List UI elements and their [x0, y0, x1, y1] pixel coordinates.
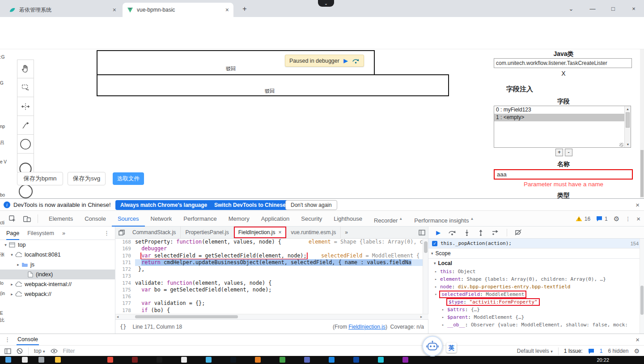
maximize-button[interactable]: □: [603, 0, 623, 17]
tab-strip-pill[interactable]: ⌄: [318, 0, 334, 7]
resume-script-icon[interactable]: ▶: [343, 57, 348, 64]
line-number[interactable]: 172: [115, 266, 135, 273]
scroll-left-icon[interactable]: ◂: [117, 315, 119, 319]
code-line[interactable]: 177 var validation = {};: [115, 300, 423, 307]
taskbar-app-icon[interactable]: [157, 357, 162, 363]
code-line[interactable]: 175 var bo = getSelectedField(element, n…: [115, 287, 423, 293]
tab-search-button[interactable]: ⌄: [561, 0, 581, 17]
clear-console-icon[interactable]: [17, 348, 23, 354]
scrollbar-thumb[interactable]: [424, 241, 428, 253]
scrollbar-thumb[interactable]: [640, 286, 644, 315]
console-sidebar-icon[interactable]: [4, 348, 11, 354]
close-drawer-icon[interactable]: ×: [636, 336, 640, 343]
close-window-button[interactable]: ×: [624, 0, 644, 17]
taskbar-app-icon[interactable]: [255, 357, 261, 363]
caret-icon[interactable]: ▸: [442, 323, 447, 327]
space-tool[interactable]: [17, 97, 34, 116]
listbox-scrollbar[interactable]: ▲ ▼: [624, 106, 631, 147]
add-field-button[interactable]: +: [555, 149, 563, 156]
open-files-icon[interactable]: [115, 227, 128, 238]
tree-item-js[interactable]: ▸js: [0, 260, 115, 270]
line-number[interactable]: 171: [115, 259, 135, 266]
tab-console[interactable]: Console: [17, 334, 39, 345]
devtools-tab-recorder[interactable]: Recorder▲: [368, 211, 408, 227]
global-connect-tool[interactable]: [17, 116, 34, 135]
choose-file-button[interactable]: 选取文件: [113, 172, 144, 185]
devtools-tab-performance-insights[interactable]: Performance insights▲: [408, 211, 479, 227]
step-icon[interactable]: [491, 229, 499, 236]
caret-icon[interactable]: ▾: [435, 292, 440, 296]
issues-icon[interactable]: [596, 216, 602, 222]
close-file-icon[interactable]: ×: [278, 229, 281, 236]
scope-variable-$type[interactable]: $type: "activiti:FormProperty": [428, 298, 644, 306]
browser-tab[interactable]: 若依管理系统×: [4, 3, 121, 17]
line-number[interactable]: 169: [115, 245, 135, 252]
issues-label[interactable]: 1 Issue:: [564, 348, 583, 354]
scope-variable-element[interactable]: ▸element: Shape {labels: Array(0), child…: [428, 275, 644, 283]
hand-tool[interactable]: [17, 60, 34, 78]
lasso-tool[interactable]: [17, 78, 34, 97]
code-line[interactable]: 170 var selectedField = getSelectedField…: [115, 253, 423, 259]
close-tab-icon[interactable]: ×: [225, 7, 229, 13]
navigator-menu-icon[interactable]: ⋮: [104, 230, 110, 236]
deactivate-breakpoints-icon[interactable]: [515, 229, 522, 236]
field-list-item[interactable]: 0 : myField123: [494, 106, 631, 114]
devtools-menu-icon[interactable]: ⋮: [625, 216, 631, 222]
console-filter-input[interactable]: [63, 348, 161, 354]
devtools-tab-memory[interactable]: Memory: [223, 211, 255, 227]
device-toolbar-icon[interactable]: [23, 216, 31, 222]
file-link[interactable]: FieldInjection.js: [348, 324, 386, 330]
taskbar-system-icon[interactable]: [5, 357, 11, 363]
scope-variable-selectedField[interactable]: ▾selectedField: ModdleElement: [428, 291, 644, 298]
caret-icon[interactable]: ▸: [435, 277, 440, 281]
minimize-button[interactable]: —: [583, 0, 602, 17]
taskbar-app-icon[interactable]: [181, 357, 187, 363]
devtools-tab-console[interactable]: Console: [79, 211, 112, 227]
scrollbar-thumb[interactable]: [135, 315, 238, 318]
caret-icon[interactable]: ▸: [442, 315, 447, 319]
ime-language-badge[interactable]: 英: [446, 343, 457, 353]
code-line[interactable]: 173: [115, 273, 423, 279]
browser-tab[interactable]: vue-bpmn-basic×: [123, 3, 233, 17]
live-expression-eye-icon[interactable]: [51, 348, 58, 354]
tree-item--index-[interactable]: (index): [0, 270, 115, 279]
devtools-tab-lighthouse[interactable]: Lighthouse: [328, 211, 368, 227]
code-line[interactable]: 174validate: function(element, values, n…: [115, 280, 423, 287]
taskbar-app-icon[interactable]: [329, 357, 335, 363]
code-line[interactable]: 178 if (bo) {: [115, 307, 423, 314]
tab-filesystem[interactable]: Filesystem: [27, 230, 54, 236]
tree-item-webpack-internal-[interactable]: ▸webpack-internal://: [0, 279, 115, 289]
warnings-icon[interactable]: [576, 216, 582, 222]
close-devtools-icon[interactable]: ×: [636, 215, 640, 223]
line-number[interactable]: 168: [115, 239, 135, 245]
devtools-tab-elements[interactable]: Elements: [43, 211, 79, 227]
taskbar-system-icon[interactable]: [22, 357, 28, 363]
step-over-icon[interactable]: [352, 58, 360, 64]
code-line[interactable]: 169 debugger: [115, 245, 423, 252]
file-tab-PropertiesPanel.js[interactable]: PropertiesPanel.js: [181, 227, 233, 238]
resize-grip[interactable]: [619, 143, 623, 147]
tree-caret-icon[interactable]: ▾: [9, 253, 15, 257]
scrollbar-thumb[interactable]: [640, 150, 644, 197]
issues-icon[interactable]: [588, 348, 594, 354]
editor-horizontal-scrollbar[interactable]: ◂ ▸: [115, 314, 428, 319]
drawer-menu-icon[interactable]: ⋮: [4, 336, 10, 343]
taskbar-app-icon[interactable]: [230, 357, 236, 363]
save-bpmn-button[interactable]: 保存为bpmn: [17, 172, 63, 185]
breakpoint-checkbox[interactable]: ✓: [432, 241, 437, 246]
taskbar-app-icon[interactable]: [280, 357, 285, 363]
create-end-event-tool[interactable]: [19, 184, 33, 198]
console-settings-gear-icon[interactable]: ⚙: [634, 347, 640, 355]
save-svg-button[interactable]: 保存为svg: [68, 172, 106, 185]
devtools-tab-application[interactable]: Application: [255, 211, 296, 227]
create-event-tool[interactable]: [17, 154, 34, 172]
scope-section-header[interactable]: ▾ Scope: [428, 248, 644, 259]
tree-item-webpack-[interactable]: ▸webpack://: [0, 289, 115, 299]
line-number[interactable]: 178: [115, 307, 135, 314]
step-over-icon[interactable]: [448, 229, 456, 236]
field-name-input[interactable]: [494, 169, 633, 180]
settings-gear-icon[interactable]: ⚙: [614, 215, 619, 223]
scope-variable-$attrs[interactable]: ▸$attrs: {…}: [428, 306, 644, 313]
code-line[interactable]: 168setProperty: function(element, values…: [115, 239, 423, 245]
scope-variable-this[interactable]: ▸this: Object: [428, 268, 644, 275]
